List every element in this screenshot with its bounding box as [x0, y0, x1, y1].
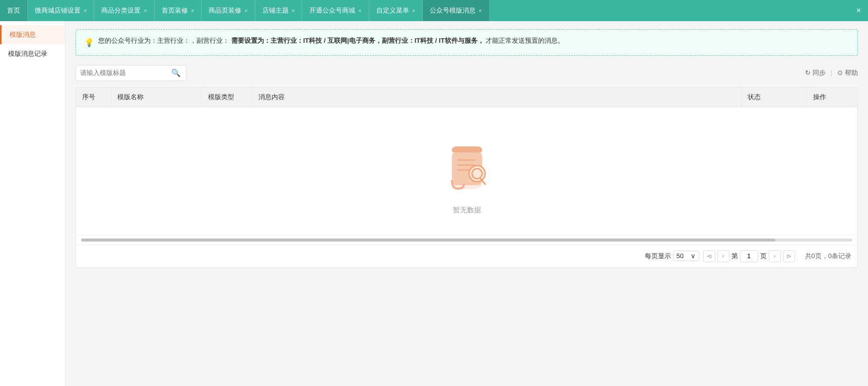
notice-icon: 💡 [84, 36, 94, 49]
top-navigation: 首页 微商城店铺设置 × 商品分类设置 × 首页装修 × 商品页装修 × 店铺主… [0, 0, 868, 21]
notice-highlight: 需要设置为：主营行业：IT科技 / 互联网|电子商务，副营行业：IT科技 / I… [231, 37, 484, 44]
first-page-button[interactable]: ⊲ [703, 250, 715, 262]
total-info: 共0页，0条记录 [805, 252, 851, 261]
close-all-tabs-button[interactable]: × [849, 0, 868, 21]
empty-icon [437, 137, 497, 198]
page-size-dropdown[interactable]: 50 ∨ [673, 251, 699, 261]
nav-tab-custom-menu-label: 自定义菜单 [376, 6, 409, 15]
notice-box: 💡 您的公众号行业为：主营行业：，副营行业： 需要设置为：主营行业：IT科技 /… [76, 29, 858, 56]
page-size-value: 50 [677, 252, 684, 260]
close-product-decor-icon[interactable]: × [244, 8, 247, 14]
nav-tab-home-decor[interactable]: 首页装修 × [155, 0, 202, 21]
th-type: 模版类型 [202, 88, 252, 107]
search-button[interactable]: 🔍 [170, 68, 182, 78]
prev-page-icon: ‹ [722, 253, 724, 260]
close-custom-menu-icon[interactable]: × [412, 8, 415, 14]
nav-tab-open-mall[interactable]: 开通公众号商城 × [302, 0, 369, 21]
page-size-label: 每页显示 [645, 252, 671, 261]
th-name: 模版名称 [111, 88, 202, 107]
nav-tab-template-msg[interactable]: 公众号模版消息 × [423, 0, 489, 21]
nav-tab-home-label: 首页 [7, 6, 20, 15]
last-page-icon: ⊳ [786, 253, 791, 260]
nav-tab-product-decor[interactable]: 商品页装修 × [202, 0, 255, 21]
empty-state: 暂无数据 [76, 107, 857, 235]
empty-text: 暂无数据 [453, 206, 481, 215]
nav-tab-shop-settings[interactable]: 微商城店铺设置 × [28, 0, 94, 21]
sidebar-item-template-msg-log-label: 模版消息记录 [8, 50, 47, 57]
first-page-icon: ⊲ [707, 253, 712, 260]
page-unit: 页 [760, 252, 767, 261]
sync-icon: ↻ [805, 69, 811, 76]
close-shop-settings-icon[interactable]: × [84, 8, 87, 14]
sidebar-item-template-msg-log[interactable]: 模版消息记录 [0, 44, 65, 63]
toolbar-right: ↻ 同步 | ⊙ 帮助 [805, 68, 858, 78]
scroll-thumb[interactable] [81, 239, 775, 242]
sync-button[interactable]: ↻ 同步 [805, 68, 826, 78]
nav-tab-product-category[interactable]: 商品分类设置 × [94, 0, 154, 21]
th-status: 状态 [742, 88, 807, 107]
nav-tab-shop-settings-label: 微商城店铺设置 [35, 6, 81, 15]
main-layout: 模版消息 模版消息记录 💡 您的公众号行业为：主营行业：，副营行业： 需要设置为… [0, 21, 868, 386]
nav-tab-custom-menu[interactable]: 自定义菜单 × [369, 0, 423, 21]
sync-label: 同步 [813, 68, 826, 78]
notice-suffix: 才能正常发送预置的消息。 [486, 37, 564, 44]
next-page-button[interactable]: › [769, 250, 781, 262]
pagination: 每页显示 50 ∨ ⊲ ‹ 第 页 [76, 245, 857, 267]
nav-tab-product-decor-label: 商品页装修 [209, 6, 241, 15]
search-input[interactable] [80, 69, 170, 76]
main-content: 💡 您的公众号行业为：主营行业：，副营行业： 需要设置为：主营行业：IT科技 /… [65, 21, 868, 386]
notice-text: 您的公众号行业为：主营行业：，副营行业： 需要设置为：主营行业：IT科技 / 互… [98, 36, 564, 46]
th-seq: 序号 [76, 88, 111, 107]
search-bar: 🔍 ↻ 同步 | ⊙ 帮助 [76, 65, 858, 81]
search-icon: 🔍 [171, 68, 181, 77]
sidebar: 模版消息 模版消息记录 [0, 21, 65, 386]
page-size-select: 每页显示 50 ∨ [645, 251, 699, 261]
nav-tab-shop-theme[interactable]: 店铺主题 × [255, 0, 302, 21]
nav-tab-shop-theme-label: 店铺主题 [262, 6, 289, 15]
page-prefix: 第 [731, 252, 738, 261]
page-nav: ⊲ ‹ 第 页 › ⊳ [703, 250, 795, 262]
close-open-mall-icon[interactable]: × [358, 8, 361, 14]
scroll-track [81, 239, 852, 242]
close-home-decor-icon[interactable]: × [191, 8, 194, 14]
nav-tab-open-mall-label: 开通公众号商城 [309, 6, 355, 15]
help-button[interactable]: ⊙ 帮助 [837, 68, 858, 78]
sidebar-item-template-msg-label: 模版消息 [10, 31, 36, 38]
th-action: 操作 [807, 88, 857, 107]
nav-tab-home-decor-label: 首页装修 [162, 6, 188, 15]
page-input[interactable] [740, 250, 758, 262]
chevron-down-icon: ∨ [691, 252, 696, 260]
table-header: 序号 模版名称 模版类型 消息内容 状态 操作 [76, 88, 857, 107]
help-label: 帮助 [845, 68, 858, 78]
nav-tab-home[interactable]: 首页 [0, 0, 28, 21]
close-shop-theme-icon[interactable]: × [292, 8, 295, 14]
toolbar-divider: | [831, 69, 832, 76]
sidebar-item-template-msg[interactable]: 模版消息 [0, 25, 65, 44]
notice-prefix: 您的公众号行业为：主营行业：，副营行业： [98, 37, 229, 44]
next-page-icon: › [774, 253, 776, 260]
data-table: 序号 模版名称 模版类型 消息内容 状态 操作 [76, 87, 858, 268]
close-template-msg-icon[interactable]: × [479, 8, 482, 14]
scroll-bar-area[interactable] [76, 235, 857, 245]
prev-page-button[interactable]: ‹ [717, 250, 729, 262]
search-input-wrap[interactable]: 🔍 [76, 65, 186, 81]
nav-tab-product-category-label: 商品分类设置 [101, 6, 141, 15]
th-content: 消息内容 [252, 88, 742, 107]
nav-tab-template-msg-label: 公众号模版消息 [430, 6, 476, 15]
close-product-category-icon[interactable]: × [144, 8, 147, 14]
help-icon: ⊙ [837, 69, 843, 76]
last-page-button[interactable]: ⊳ [783, 250, 795, 262]
